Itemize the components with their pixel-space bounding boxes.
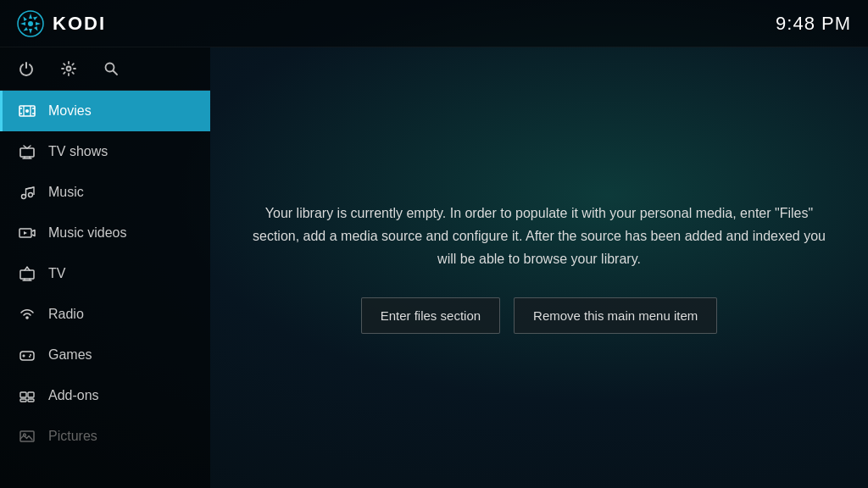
svg-point-9 [28,21,33,26]
logo-area: KODI [17,10,106,37]
svg-marker-8 [33,16,38,20]
svg-point-10 [67,67,71,71]
sidebar-controls [0,47,210,91]
app-title: KODI [53,13,106,35]
svg-point-14 [25,109,29,113]
sidebar-item-pictures[interactable]: Pictures [0,416,210,457]
music-icon [18,183,36,202]
empty-library-message: Your library is currently empty. In orde… [244,202,834,271]
action-buttons: Enter files section Remove this main men… [244,297,834,334]
svg-marker-20 [24,231,27,235]
svg-marker-3 [20,22,25,25]
svg-rect-15 [20,148,34,157]
sidebar-item-games[interactable]: Games [0,335,210,375]
svg-point-22 [25,316,29,319]
navigation-menu: Movies TV shows [0,91,210,488]
main-content: Your library is currently empty. In orde… [210,47,868,488]
content-area: Movies TV shows [0,47,868,488]
tv-icon [18,142,36,161]
svg-point-16 [22,195,26,199]
svg-rect-29 [28,392,34,397]
power-button[interactable] [17,59,36,78]
music-videos-icon [18,224,36,242]
sidebar-item-music[interactable]: Music [0,172,210,213]
games-icon [18,346,36,364]
app-layout: KODI 9:48 PM [0,0,868,488]
addons-label: Add-ons [48,388,99,403]
svg-marker-7 [24,27,29,31]
svg-rect-30 [20,399,26,402]
music-label: Music [48,185,84,200]
search-icon [103,60,120,77]
svg-point-17 [29,193,33,197]
sidebar-item-addons[interactable]: Add-ons [0,375,210,416]
svg-rect-28 [20,392,26,397]
svg-point-26 [30,354,31,356]
svg-rect-31 [28,399,34,402]
svg-marker-2 [29,29,32,34]
svg-marker-1 [29,14,32,19]
sidebar-item-tv[interactable]: TV [0,253,210,294]
movies-label: Movies [48,103,92,119]
live-tv-icon [18,264,36,283]
topbar: KODI 9:48 PM [0,0,868,47]
addons-icon [18,386,36,405]
sidebar-item-movies[interactable]: Movies [0,91,210,131]
sidebar: Movies TV shows [0,47,210,488]
settings-button[interactable] [59,59,78,78]
movies-icon [18,102,36,120]
svg-line-12 [114,71,118,75]
sidebar-item-tv-shows[interactable]: TV shows [0,131,210,172]
pictures-icon [18,427,36,446]
svg-marker-4 [36,22,41,25]
gear-icon [60,60,77,77]
search-button[interactable] [102,59,120,78]
games-label: Games [48,347,92,363]
radio-icon [18,305,36,324]
svg-marker-6 [34,26,38,31]
svg-marker-5 [24,16,28,21]
radio-label: Radio [48,307,84,322]
remove-menu-item-button[interactable]: Remove this main menu item [514,297,717,334]
enter-files-button[interactable]: Enter files section [361,297,500,334]
sidebar-item-radio[interactable]: Radio [0,294,210,335]
music-videos-label: Music videos [48,225,126,241]
svg-point-27 [29,356,31,358]
empty-library-panel: Your library is currently empty. In orde… [244,202,834,335]
svg-rect-21 [20,270,34,279]
tv-shows-label: TV shows [48,144,108,159]
pictures-label: Pictures [48,429,97,444]
kodi-logo-icon [17,10,44,37]
time-display: 9:48 PM [776,13,851,35]
tv-label: TV [48,266,65,281]
svg-line-18 [26,187,35,189]
power-icon [18,60,35,77]
sidebar-item-music-videos[interactable]: Music videos [0,213,210,253]
